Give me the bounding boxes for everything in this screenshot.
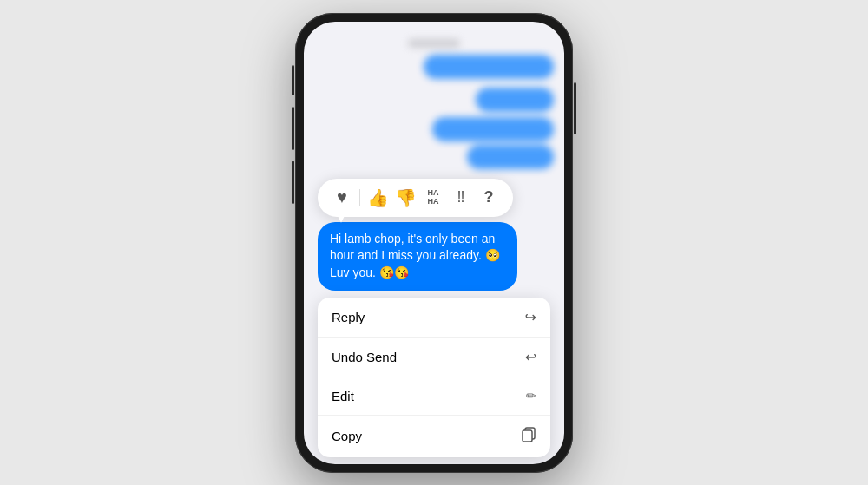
volume-up-button[interactable] bbox=[292, 107, 294, 150]
edit-label: Edit bbox=[332, 389, 354, 403]
question-reaction[interactable]: ? bbox=[477, 186, 501, 210]
phone-screen: ♥ 👍 👎 HAHA ‼ ? Hi lamb chop, it's only b… bbox=[304, 22, 564, 464]
svg-rect-1 bbox=[523, 430, 532, 442]
active-message-area: ♥ 👍 👎 HAHA ‼ ? Hi lamb chop, it's only b… bbox=[304, 179, 564, 464]
context-menu: Reply ↩ Undo Send ↩ Edit ✏ Copy bbox=[318, 298, 550, 457]
edit-icon: ✏ bbox=[526, 389, 536, 403]
reply-menu-item[interactable]: Reply ↩ bbox=[318, 298, 550, 338]
blurred-messages bbox=[304, 22, 564, 179]
reaction-bar: ♥ 👍 👎 HAHA ‼ ? bbox=[318, 179, 513, 217]
message-bubble: Hi lamb chop, it's only been an hour and… bbox=[318, 222, 517, 291]
undo-send-menu-item[interactable]: Undo Send ↩ bbox=[318, 338, 550, 377]
undo-send-icon: ↩ bbox=[525, 349, 536, 365]
phone-frame: ♥ 👍 👎 HAHA ‼ ? Hi lamb chop, it's only b… bbox=[295, 13, 573, 473]
reply-icon: ↩ bbox=[525, 309, 536, 325]
heart-reaction[interactable]: ♥ bbox=[330, 186, 354, 210]
power-button[interactable] bbox=[574, 82, 576, 134]
copy-label: Copy bbox=[332, 429, 362, 443]
volume-down-button[interactable] bbox=[292, 161, 294, 204]
thumbsup-reaction[interactable]: 👍 bbox=[365, 186, 390, 210]
mute-button[interactable] bbox=[292, 65, 294, 95]
undo-send-label: Undo Send bbox=[332, 350, 397, 364]
emphasis-reaction[interactable]: ‼ bbox=[449, 186, 473, 210]
copy-icon bbox=[521, 427, 536, 446]
message-text: Hi lamb chop, it's only been an hour and… bbox=[330, 232, 500, 279]
edit-menu-item[interactable]: Edit ✏ bbox=[318, 377, 550, 416]
reply-label: Reply bbox=[332, 310, 365, 324]
thumbsdown-reaction[interactable]: 👎 bbox=[393, 186, 418, 210]
divider bbox=[359, 189, 360, 206]
haha-reaction[interactable]: HAHA bbox=[421, 186, 445, 210]
copy-menu-item[interactable]: Copy bbox=[318, 416, 550, 457]
